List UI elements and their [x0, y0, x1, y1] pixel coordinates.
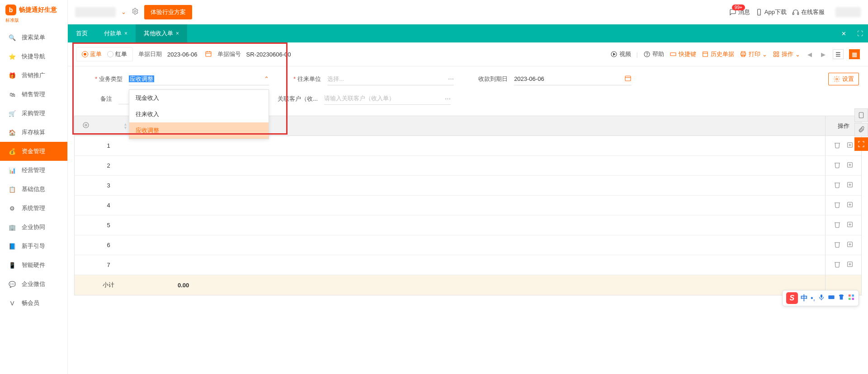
add-row-icon[interactable]	[846, 261, 854, 269]
prev-doc-button[interactable]: ◀	[806, 51, 814, 58]
table-row[interactable]: 4	[75, 196, 861, 215]
tab-close-icon[interactable]: ×	[176, 30, 179, 37]
delete-row-icon[interactable]	[834, 201, 841, 210]
keyboard-icon[interactable]	[828, 294, 835, 303]
ime-punct-icon[interactable]: •,	[811, 294, 815, 302]
messages-link[interactable]: 99+ 消息	[729, 8, 750, 16]
table-settings-icon[interactable]	[75, 122, 97, 130]
relate-customer-input[interactable]: 请输入关联客户（收入单） ⋯	[324, 93, 451, 105]
add-row-icon[interactable]	[846, 161, 854, 170]
help-icon	[643, 51, 651, 58]
add-row-icon[interactable]	[846, 201, 854, 210]
shirt-icon[interactable]	[838, 294, 845, 303]
print-button[interactable]: 打印 ⌄	[740, 50, 767, 58]
sort-icon[interactable]: ▲▼	[123, 122, 127, 130]
view-card-toggle[interactable]: ▦	[849, 49, 860, 59]
biz-type-select[interactable]: 应收调整 ⌃ 现金收入往来收入应收调整	[129, 73, 269, 85]
delete-row-icon[interactable]	[834, 181, 841, 190]
sidebar-item-10[interactable]: 🏢企业协同	[0, 218, 67, 237]
microphone-icon[interactable]	[818, 294, 825, 303]
side-tab-attach[interactable]	[854, 123, 868, 136]
gear-icon[interactable]	[132, 8, 139, 16]
sidebar-item-6[interactable]: 💰资金管理	[0, 142, 67, 161]
calendar-icon[interactable]	[624, 75, 632, 83]
table-row[interactable]: 5	[75, 215, 861, 235]
sidebar-item-1[interactable]: ⭐快捷导航	[0, 47, 67, 66]
dropdown-option-2[interactable]: 应收调整	[129, 122, 269, 139]
tab-close-all[interactable]: ✕	[835, 30, 852, 37]
due-date-input[interactable]: 2023-06-06	[514, 73, 632, 85]
settings-button[interactable]: 设置	[828, 73, 859, 85]
view-list-toggle[interactable]: ☰	[833, 49, 844, 59]
radio-red[interactable]: 红单	[107, 50, 127, 58]
history-link[interactable]: 历史单据	[702, 50, 734, 58]
ellipsis-icon[interactable]: ⋯	[448, 75, 454, 82]
tab-2[interactable]: 其他收入单×	[136, 24, 187, 42]
dropdown-option-1[interactable]: 往来收入	[129, 106, 269, 122]
tab-expand[interactable]: ⛶	[852, 30, 868, 37]
nav-icon: 🎁	[8, 71, 16, 79]
delete-row-icon[interactable]	[834, 141, 841, 150]
svg-point-26	[85, 124, 87, 126]
calendar-icon[interactable]	[205, 50, 212, 59]
table-row[interactable]: 7	[75, 255, 861, 275]
svg-rect-13	[670, 53, 676, 56]
ime-lang[interactable]: 中	[801, 294, 808, 303]
svg-rect-21	[774, 55, 776, 56]
sidebar-item-label: 系统管理	[22, 204, 45, 212]
tab-0[interactable]: 首页	[68, 24, 96, 42]
sidebar-item-11[interactable]: 📘新手引导	[0, 237, 67, 256]
shortcut-link[interactable]: 快捷键	[670, 50, 696, 58]
delete-row-icon[interactable]	[834, 161, 841, 170]
add-row-icon[interactable]	[846, 221, 854, 229]
delete-row-icon[interactable]	[834, 261, 841, 269]
side-tab-expand[interactable]	[854, 137, 868, 151]
help-link[interactable]: 帮助	[643, 50, 664, 58]
sidebar-item-7[interactable]: 📊经营管理	[0, 161, 67, 180]
sidebar-item-5[interactable]: 🏠库存核算	[0, 123, 67, 142]
ellipsis-icon[interactable]: ⋯	[445, 95, 451, 102]
delete-row-icon[interactable]	[834, 241, 841, 249]
cta-button[interactable]: 体验行业方案	[144, 5, 192, 19]
add-row-icon[interactable]	[846, 241, 854, 249]
delete-row-icon[interactable]	[834, 221, 841, 229]
app-download-link[interactable]: App下载	[755, 8, 787, 16]
table-row[interactable]: 1	[75, 136, 861, 156]
support-link[interactable]: 在线客服	[792, 8, 825, 16]
sidebar-item-2[interactable]: 🎁营销推广	[0, 66, 67, 85]
table-row[interactable]: 3	[75, 176, 861, 196]
side-tab-note[interactable]	[854, 108, 868, 122]
table-subtotal-row: 小计 0.00	[75, 275, 861, 295]
sidebar-item-4[interactable]: 🛒采购管理	[0, 104, 67, 123]
user-avatar[interactable]	[835, 7, 861, 17]
biz-type-value: 应收调整	[129, 75, 154, 82]
sidebar-item-13[interactable]: 💬企业微信	[0, 275, 67, 294]
chevron-down-icon[interactable]: ⌄	[121, 9, 126, 15]
sidebar-item-label: 企业微信	[22, 280, 45, 288]
sidebar-item-8[interactable]: 📋基础信息	[0, 180, 67, 199]
add-row-icon[interactable]	[846, 141, 854, 150]
table-row[interactable]: 2	[75, 156, 861, 176]
dropdown-option-0[interactable]: 现金收入	[129, 90, 269, 106]
video-link[interactable]: 视频	[610, 50, 631, 58]
add-row-icon[interactable]	[846, 181, 854, 190]
table-row[interactable]: 6	[75, 235, 861, 255]
ime-toolbar[interactable]: S 中 •,	[782, 290, 859, 306]
sidebar-item-0[interactable]: 🔍搜索菜单	[0, 28, 67, 47]
apps-icon[interactable]	[848, 294, 855, 303]
tab-1[interactable]: 付款单×	[96, 24, 136, 42]
party-select[interactable]: 选择... ⋯	[327, 73, 454, 85]
keyboard-icon	[670, 51, 677, 58]
row-ops	[826, 235, 861, 255]
tab-close-icon[interactable]: ×	[124, 30, 127, 37]
sidebar-item-3[interactable]: 🛍销售管理	[0, 85, 67, 104]
svg-rect-14	[703, 52, 708, 57]
operate-button[interactable]: 操作 ⌄	[773, 50, 800, 58]
next-doc-button[interactable]: ▶	[819, 51, 827, 58]
sidebar-item-9[interactable]: ⚙系统管理	[0, 199, 67, 218]
radio-blue[interactable]: 蓝单	[82, 50, 102, 58]
doc-date-value[interactable]: 2023-06-06	[167, 51, 198, 58]
sidebar-item-12[interactable]: 📱智能硬件	[0, 256, 67, 275]
org-selector[interactable]	[75, 7, 116, 17]
sidebar-item-14[interactable]: V畅会员	[0, 294, 67, 313]
